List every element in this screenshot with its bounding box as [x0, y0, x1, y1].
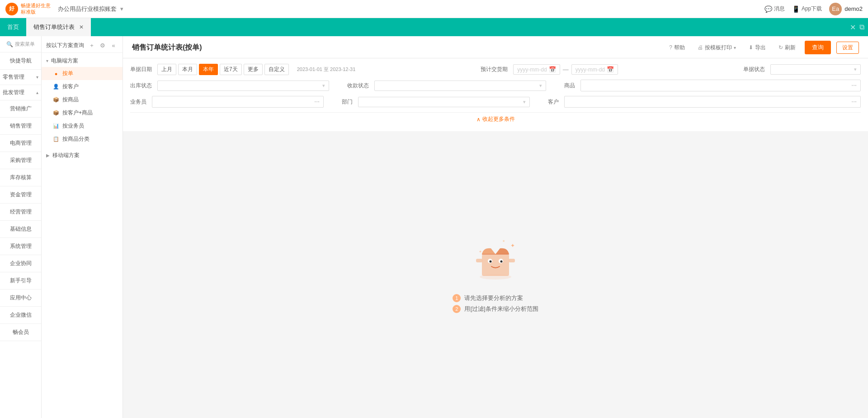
status-arrow-icon: ▾	[854, 66, 857, 72]
sidebar-item-corp-wechat[interactable]: 企业微信	[0, 307, 41, 324]
sidebar: 🔍 搜索菜单 快捷导航 零售管理 ▾ 批发管理 ▴ 营销推广 销售管理 电商管理…	[0, 36, 42, 418]
empty-illustration: ✦ ✦ ★	[471, 234, 520, 285]
date-btn-last-month[interactable]: 上月	[157, 64, 176, 75]
settings-btn[interactable]: 设置	[836, 42, 859, 54]
salesman-select[interactable]: ···	[152, 96, 324, 108]
ship-status-select[interactable]: ▾	[157, 81, 329, 91]
calendar-start-icon: 📅	[549, 66, 556, 73]
expected-date-start[interactable]: yyyy-mm-dd 📅	[513, 64, 560, 75]
empty-hints: 1 请先选择要分析的方案 2 用[过滤]条件来缩小分析范围	[453, 294, 538, 316]
refresh-icon: ↻	[778, 44, 783, 51]
nav-tabs: 首页 销售订单统计表 ✕ ✕ ⧉	[0, 18, 868, 36]
dept-select[interactable]: ▾	[358, 97, 530, 107]
pay-status-select[interactable]: ▾	[374, 81, 546, 91]
by-category-icon: 📋	[52, 136, 60, 143]
by-product-icon: 📦	[52, 96, 60, 104]
pay-status-arrow-icon: ▾	[539, 83, 542, 89]
date-btn-custom[interactable]: 自定义	[264, 64, 289, 75]
calendar-end-icon: 📅	[607, 66, 614, 73]
sidebar-item-operations[interactable]: 经营管理	[0, 204, 41, 221]
help-btn[interactable]: ? 帮助	[665, 42, 689, 53]
sidebar-item-inventory[interactable]: 库存核算	[0, 169, 41, 186]
sidebar-item-purchase[interactable]: 采购管理	[0, 152, 41, 169]
app-download-btn[interactable]: 📱 App下载	[792, 5, 822, 13]
goods-label: 商品	[564, 82, 575, 90]
sidebar-item-system[interactable]: 系统管理	[0, 238, 41, 255]
tab-home[interactable]: 首页	[0, 18, 26, 36]
scheme-item-by-category[interactable]: 📋 按商品分类	[42, 133, 123, 146]
message-btn[interactable]: 💬 消息	[764, 5, 785, 13]
svg-point-6	[500, 260, 503, 262]
sidebar-item-wholesale[interactable]: 批发管理 ▴	[0, 85, 41, 100]
scheme-item-by-product[interactable]: 📦 按商品	[42, 93, 123, 106]
scheme-section-mobile: ▶ 移动端方案	[42, 147, 123, 163]
refresh-btn[interactable]: ↻ 刷新	[775, 42, 799, 53]
download-icon: 📱	[792, 5, 800, 13]
svg-point-5	[490, 260, 492, 262]
goods-select[interactable]: ···	[580, 80, 861, 91]
sidebar-item-basic[interactable]: 基础信息	[0, 221, 41, 238]
by-customer-icon: 👤	[52, 83, 60, 90]
nav-right: ✕ ⧉	[850, 23, 868, 32]
collapse-panel-icon[interactable]: «	[109, 41, 118, 50]
nav-close-icon[interactable]: ✕	[850, 23, 856, 32]
query-btn[interactable]: 查询	[805, 41, 831, 54]
page-title: 销售订单统计表(按单)	[132, 43, 202, 52]
sidebar-item-sales[interactable]: 销售管理	[0, 118, 41, 135]
sidebar-item-app-center[interactable]: 应用中心	[0, 290, 41, 307]
main-layout: 🔍 搜索菜单 快捷导航 零售管理 ▾ 批发管理 ▴ 营销推广 销售管理 电商管理…	[0, 36, 868, 418]
sidebar-item-ecommerce[interactable]: 电商管理	[0, 135, 41, 152]
app-title-arrow[interactable]: ▾	[120, 5, 123, 12]
date-dash: —	[562, 66, 570, 73]
svg-rect-8	[509, 259, 515, 262]
sidebar-item-finance[interactable]: 资金管理	[0, 186, 41, 204]
scheme-item-by-salesman[interactable]: 📊 按业务员	[42, 119, 123, 133]
message-icon: 💬	[764, 5, 772, 13]
page-actions: ? 帮助 🖨 按模板打印 ▾ ⬇ 导出 ↻	[665, 41, 859, 54]
by-salesman-icon: 📊	[52, 123, 60, 130]
date-btn-this-year[interactable]: 本年	[199, 64, 218, 75]
top-bar-right: 💬 消息 📱 App下载 Ea demo2	[764, 3, 863, 15]
sidebar-item-marketing[interactable]: 营销推广	[0, 100, 41, 118]
add-scheme-icon[interactable]: +	[87, 41, 96, 50]
filter-row-1: 单据日期 上月 本月 本年 近7天 更多 自定义 2023-01-01 至 20…	[130, 64, 861, 75]
left-panel-header: 按以下方案查询 + ⚙ «	[42, 36, 123, 53]
scheme-group-pc[interactable]: ▾ 电脑端方案	[42, 55, 123, 67]
retail-arrow-icon: ▾	[36, 75, 38, 80]
page-title-row: 销售订单统计表(按单) ? 帮助 🖨 按模板打印 ▾ ⬇	[132, 41, 859, 54]
sidebar-item-newbie[interactable]: 新手引导	[0, 272, 41, 290]
date-btn-this-month[interactable]: 本月	[178, 64, 197, 75]
tab-order-stats[interactable]: 销售订单统计表 ✕	[26, 18, 91, 36]
user-name[interactable]: demo2	[844, 5, 863, 12]
app-title: 办公用品行业模拟账套	[58, 5, 117, 13]
expected-date-end[interactable]: yyyy-mm-dd 📅	[571, 64, 618, 75]
date-range-text: 2023-01-01 至 2023-12-31	[297, 66, 356, 73]
export-btn[interactable]: ⬇ 导出	[745, 42, 769, 53]
settings-scheme-icon[interactable]: ⚙	[98, 41, 107, 50]
svg-text:✦: ✦	[479, 250, 482, 254]
nav-restore-icon[interactable]: ⧉	[859, 23, 864, 31]
scheme-group-mobile-arrow: ▶	[46, 153, 50, 158]
tab-close-icon[interactable]: ✕	[79, 24, 84, 30]
scheme-item-by-order[interactable]: ● 按单	[42, 67, 123, 80]
date-btn-last-7-days[interactable]: 近7天	[220, 64, 242, 75]
date-label: 单据日期	[130, 66, 152, 73]
customer-dots-icon: ···	[851, 98, 857, 105]
top-bar: 好 畅捷通好生意 标准版 办公用品行业模拟账套 ▾ 💬 消息 📱 App下载 E…	[0, 0, 868, 18]
sidebar-item-retail[interactable]: 零售管理 ▾	[0, 70, 41, 85]
content-area: 按以下方案查询 + ⚙ « ▾ 电脑端方案 ● 按单 👤 按客户	[42, 36, 868, 418]
scheme-item-by-customer[interactable]: 👤 按客户	[42, 80, 123, 93]
scheme-group-mobile[interactable]: ▶ 移动端方案	[42, 149, 123, 162]
scheme-item-by-customer-product[interactable]: 📦 按客户+商品	[42, 106, 123, 119]
empty-hint-2: 2 用[过滤]条件来缩小分析范围	[453, 305, 538, 313]
scheme-section-pc: ▾ 电脑端方案 ● 按单 👤 按客户 📦 按商品 📦 按客户+商品	[42, 53, 123, 147]
date-btn-more[interactable]: 更多	[244, 64, 263, 75]
customer-select[interactable]: ···	[564, 96, 861, 108]
sidebar-search[interactable]: 🔍 搜索菜单	[0, 36, 41, 52]
collapse-bar[interactable]: ∧ 收起更多条件	[130, 112, 861, 126]
sidebar-item-enterprise[interactable]: 企业协同	[0, 255, 41, 272]
print-btn[interactable]: 🖨 按模板打印 ▾	[694, 42, 740, 53]
sidebar-item-member[interactable]: 畅会员	[0, 324, 41, 341]
status-select[interactable]: ▾	[770, 64, 861, 75]
sidebar-item-quick-nav[interactable]: 快捷导航	[0, 52, 41, 70]
